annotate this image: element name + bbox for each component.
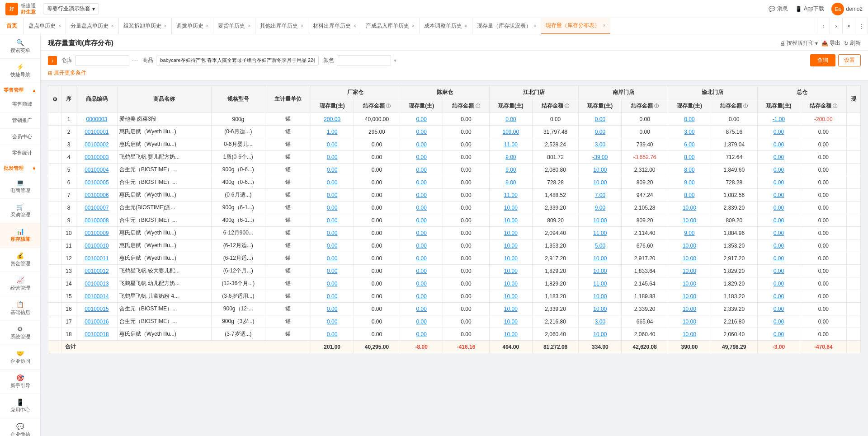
row-chen-qty[interactable]: 0.00 [400,265,443,277]
row-yb-qty[interactable]: 10.00 [668,202,711,214]
sidebar-item-base[interactable]: 📋 基础信息 [0,296,40,321]
row-jb-qty[interactable]: 11.00 [489,138,532,151]
row-total-qty[interactable]: 0.00 [757,138,800,151]
row-fac-qty[interactable]: 0.00 [311,138,354,151]
row-jb-qty[interactable]: 10.00 [489,290,532,303]
sidebar-item-ops[interactable]: 📈 经营管理 [0,272,40,296]
row-jb-qty[interactable]: 10.00 [489,252,532,265]
row-fac-qty[interactable]: 0.00 [311,189,354,202]
sidebar-section-retail[interactable]: 零售管理 ▲ [0,83,40,96]
row-total-qty[interactable]: -1.00 [757,113,800,126]
row-yb-qty[interactable]: 10.00 [668,239,711,252]
tab-order[interactable]: 要货单历史× [213,18,255,34]
row-jb-qty[interactable]: 10.00 [489,277,532,290]
row-code[interactable]: 00100012 [76,265,117,277]
row-na-qty[interactable]: 10.00 [579,265,622,277]
close-icon[interactable]: × [58,23,61,28]
sidebar-item-system[interactable]: ⚙ 系统管理 [0,321,40,345]
row-total-qty[interactable]: 0.00 [757,189,800,202]
row-yb-qty[interactable]: 10.00 [668,328,711,341]
row-fac-qty[interactable]: 0.00 [311,239,354,252]
row-settings[interactable] [48,189,61,202]
row-total-qty[interactable]: 0.00 [757,126,800,138]
row-yb-qty[interactable]: 8.00 [668,189,711,202]
sidebar-section-wholesale[interactable]: 批发管理 ▼ [0,161,40,174]
row-fac-qty[interactable]: 0.00 [311,214,354,227]
row-yb-qty[interactable]: 10.00 [668,214,711,227]
sidebar-item-search[interactable]: 🔍 搜索英单 [0,34,40,59]
org-selector[interactable]: 母婴行业演示陈套 ▾ [43,3,99,14]
row-fac-qty[interactable]: 1.00 [311,126,354,138]
row-jb-qty[interactable]: 0.00 [489,113,532,126]
col-settings-header[interactable]: ⚙ [48,86,61,113]
row-yb-qty[interactable]: 9.00 [668,176,711,189]
sidebar-item-apps[interactable]: 📱 应用中心 [0,394,40,418]
row-total-qty[interactable]: 0.00 [757,265,800,277]
row-code[interactable]: 00100011 [76,252,117,265]
row-na-qty[interactable]: 7.00 [579,189,622,202]
row-code[interactable]: 00100004 [76,164,117,176]
row-fac-qty[interactable]: 0.00 [311,265,354,277]
tab-product-in[interactable]: 产成品入库单历史× [361,18,420,34]
row-code[interactable]: 00100013 [76,277,117,290]
warehouse-input[interactable] [75,55,129,66]
row-chen-qty[interactable]: 0.00 [400,164,443,176]
row-total-qty[interactable]: 0.00 [757,214,800,227]
row-code[interactable]: 0000003 [76,113,117,126]
row-total-qty[interactable]: 0.00 [757,227,800,239]
row-settings[interactable] [48,265,61,277]
row-settings[interactable] [48,202,61,214]
row-total-qty[interactable]: 0.00 [757,290,800,303]
row-jb-qty[interactable]: 11.00 [489,189,532,202]
row-na-qty[interactable]: 10.00 [579,214,622,227]
row-code[interactable]: 00100003 [76,151,117,164]
export-btn[interactable]: 📤 导出 [821,39,840,47]
sidebar-item-collab[interactable]: 🤝 企业协同 [0,345,40,370]
sidebar-item-ecommerce[interactable]: 💻 电商管理 [0,174,40,199]
close-icon[interactable]: × [248,23,250,28]
row-code[interactable]: 00100009 [76,227,117,239]
sidebar-item-purchase[interactable]: 🛒 采购管理 [0,199,40,223]
tab-home[interactable]: 首页 [0,18,24,34]
row-fac-qty[interactable]: 0.00 [311,277,354,290]
row-code[interactable]: 00100010 [76,239,117,252]
sidebar-item-finance[interactable]: 💰 资金管理 [0,248,40,272]
row-code[interactable]: 00100001 [76,126,117,138]
expand-more-btn[interactable]: ⊞ 展开更多条件 [48,69,861,77]
nav-next-btn[interactable]: › [830,18,843,34]
row-jb-qty[interactable]: 10.00 [489,265,532,277]
row-na-qty[interactable]: 10.00 [579,252,622,265]
row-total-qty[interactable]: 0.00 [757,303,800,315]
row-na-qty[interactable]: 10.00 [579,176,622,189]
row-code[interactable]: 00100014 [76,290,117,303]
row-chen-qty[interactable]: 0.00 [400,290,443,303]
row-settings[interactable] [48,315,61,328]
row-yb-qty[interactable]: 3.00 [668,126,711,138]
row-code[interactable]: 00100006 [76,189,117,202]
row-yb-qty[interactable]: 10.00 [668,290,711,303]
close-icon[interactable]: × [354,23,356,28]
row-settings[interactable] [48,164,61,176]
row-fac-qty[interactable]: 0.00 [311,151,354,164]
row-jb-qty[interactable]: 9.00 [489,164,532,176]
nav-prev-btn[interactable]: ‹ [817,18,830,34]
row-total-qty[interactable]: 0.00 [757,202,800,214]
tab-cost-adjust[interactable]: 成本调整单历史× [420,18,472,34]
close-icon[interactable]: × [301,23,303,28]
sidebar-item-retail-stats[interactable]: 零售统计 [0,145,40,161]
tab-assembly[interactable]: 组装拆卸单历史× [119,18,172,34]
row-chen-qty[interactable]: 0.00 [400,151,443,164]
message-btn[interactable]: 💬 消息 [769,5,788,13]
row-yb-qty[interactable]: 10.00 [668,315,711,328]
row-code[interactable]: 00100018 [76,328,117,341]
row-code[interactable]: 00100008 [76,214,117,227]
row-chen-qty[interactable]: 0.00 [400,277,443,290]
row-chen-qty[interactable]: 0.00 [400,303,443,315]
row-jb-qty[interactable]: 9.00 [489,176,532,189]
row-yb-qty[interactable]: 10.00 [668,252,711,265]
goods-input[interactable] [156,56,319,66]
row-fac-qty[interactable]: 0.00 [311,202,354,214]
sidebar-item-wechat[interactable]: 💬 企业微信 [0,418,40,436]
row-na-qty[interactable]: 9.00 [579,202,622,214]
row-settings[interactable] [48,138,61,151]
